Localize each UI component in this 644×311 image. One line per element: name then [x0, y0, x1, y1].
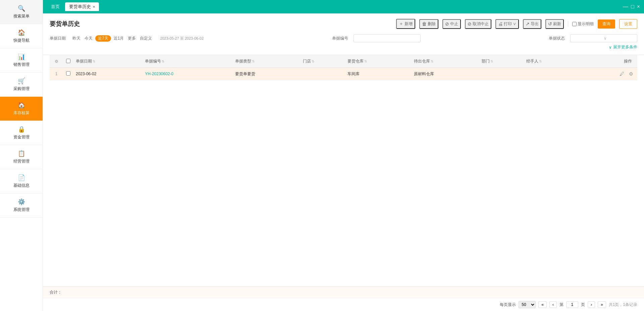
page-input[interactable]	[566, 301, 578, 308]
row-edit-icon[interactable]: 🖊	[618, 71, 626, 77]
sort-no-icon[interactable]: ⇅	[162, 59, 164, 63]
row-no-link[interactable]: YH-20230602-0	[145, 72, 173, 76]
date-shortcut-近1月[interactable]: 近1月	[112, 35, 125, 42]
show-detail-checkbox[interactable]: 显示明细	[572, 21, 594, 27]
first-page-button[interactable]: «	[538, 301, 547, 308]
purchase-icon: 🛒	[18, 77, 25, 85]
date-shortcut-近7天[interactable]: 近7天	[95, 35, 111, 42]
sidebar-item-quick-nav[interactable]: 🏠 快捷导航	[0, 24, 43, 48]
col-handler: 经手人⇅	[524, 55, 579, 68]
table-container: ⚙ 单据日期⇅ 单据编号⇅ 单据类型⇅ 门店⇅ 要货仓库⇅ 待出仓库⇅ 部门⇅ …	[43, 55, 644, 286]
select-all-checkbox[interactable]	[66, 59, 70, 63]
search-menu-label: 搜索菜单	[13, 13, 30, 19]
row-checkbox[interactable]	[66, 71, 70, 76]
status-select[interactable]: ∨	[570, 34, 637, 42]
cancel-stop-button[interactable]: ⊘ 取消中止	[465, 19, 491, 29]
refresh-button[interactable]: ↺ 刷新	[545, 19, 564, 29]
print-icon: 🖨	[498, 21, 503, 27]
order-no-input[interactable]	[354, 34, 421, 42]
date-shortcuts: 昨天今天近7天近1月更多自定义	[71, 35, 153, 42]
sales-label: 销售管理	[13, 62, 30, 68]
row-type: 要货单要货	[232, 68, 301, 80]
per-page-select[interactable]: 50 10 20 100	[519, 301, 536, 308]
date-shortcut-更多[interactable]: 更多	[126, 35, 137, 42]
sidebar: 🔍 搜索菜单 🏠 快捷导航 📊 销售管理 🛒 采购管理 🏠 库存核算 🔒 资金管…	[0, 0, 43, 311]
topbar: 首页 要货单历史 × — □ ×	[43, 0, 644, 13]
stop-icon: ⊘	[445, 21, 449, 27]
quick-nav-icon: 🏠	[18, 29, 25, 36]
sort-store-icon[interactable]: ⇅	[312, 59, 314, 63]
sidebar-item-basic-info[interactable]: 📄 基础信息	[0, 169, 43, 193]
col-req-warehouse: 要货仓库⇅	[345, 55, 411, 68]
new-icon: ＋	[399, 21, 404, 27]
tab-close-icon[interactable]: ×	[93, 5, 95, 9]
new-button[interactable]: ＋ 新增	[396, 19, 415, 29]
sidebar-item-finance[interactable]: 🔒 资金管理	[0, 121, 43, 145]
operations-icon: 📋	[18, 150, 25, 157]
system-label: 系统管理	[13, 207, 30, 213]
sidebar-item-inventory[interactable]: 🏠 库存核算	[0, 97, 43, 121]
refresh-icon: ↺	[548, 21, 552, 27]
row-store	[300, 68, 345, 80]
quick-nav-label: 快捷导航	[13, 38, 30, 43]
filter-area: 单据日期 昨天今天近7天近1月更多自定义 2023-05-27 至 2023-0…	[43, 32, 644, 55]
cancel-stop-label: 取消中止	[473, 21, 489, 27]
expand-more-button[interactable]: ∨ 展开更多条件	[609, 44, 637, 50]
window-maximize-icon[interactable]: □	[631, 4, 634, 10]
refresh-label: 刷新	[553, 21, 561, 27]
date-shortcut-今天[interactable]: 今天	[83, 35, 94, 42]
sort-handler-icon[interactable]: ⇅	[539, 59, 542, 63]
main-table: ⚙ 单据日期⇅ 单据编号⇅ 单据类型⇅ 门店⇅ 要货仓库⇅ 待出仓库⇅ 部门⇅ …	[50, 55, 637, 80]
delete-button[interactable]: 🗑 删除	[419, 19, 438, 29]
print-label: 打印 ∨	[504, 21, 516, 27]
last-page-button[interactable]: »	[598, 301, 606, 308]
filter-row-1: 单据日期 昨天今天近7天近1月更多自定义 2023-05-27 至 2023-0…	[50, 34, 637, 42]
per-page-label: 每页显示	[500, 302, 516, 308]
row-pending-warehouse: 原材料仓库	[411, 68, 479, 80]
basic-info-label: 基础信息	[13, 183, 30, 188]
tab-active-label: 要货单历史	[69, 4, 91, 10]
operations-label: 经营管理	[13, 159, 30, 164]
sidebar-item-system[interactable]: ⚙️ 系统管理	[0, 193, 43, 218]
sort-dept-icon[interactable]: ⇅	[490, 59, 493, 63]
pagination: 每页显示 50 10 20 100 « ‹ 第 页 › » 共1页，1条记录	[43, 298, 644, 311]
window-close-icon[interactable]: ×	[637, 4, 640, 10]
expand-more-icon: ∨	[609, 45, 612, 50]
sidebar-item-operations[interactable]: 📋 经营管理	[0, 145, 43, 169]
print-button[interactable]: 🖨 打印 ∨	[495, 19, 519, 29]
sidebar-item-purchase[interactable]: 🛒 采购管理	[0, 73, 43, 97]
delete-icon: 🗑	[422, 21, 427, 27]
main-area: 首页 要货单历史 × — □ × 要货单历史 ＋ 新增 🗑 删除	[43, 0, 644, 311]
sort-req-icon[interactable]: ⇅	[364, 59, 367, 63]
row-delete-icon[interactable]: ⚙	[628, 71, 635, 77]
sidebar-item-search-menu[interactable]: 🔍 搜索菜单	[0, 0, 43, 24]
date-shortcut-自定义[interactable]: 自定义	[139, 35, 153, 42]
topbar-right: — □ ×	[623, 4, 640, 10]
next-page-button[interactable]: ›	[588, 301, 595, 308]
date-shortcut-昨天[interactable]: 昨天	[71, 35, 82, 42]
col-settings[interactable]: ⚙	[50, 55, 63, 68]
stop-button[interactable]: ⊘ 中止	[442, 19, 461, 29]
col-type: 单据类型⇅	[232, 55, 301, 68]
sidebar-item-sales[interactable]: 📊 销售管理	[0, 48, 43, 73]
basic-info-icon: 📄	[18, 174, 25, 181]
tab-home[interactable]: 首页	[47, 2, 64, 11]
tab-active[interactable]: 要货单历史 ×	[65, 2, 99, 11]
col-department: 部门⇅	[479, 55, 524, 68]
prev-page-button[interactable]: ‹	[549, 301, 557, 308]
sort-pending-icon[interactable]: ⇅	[431, 59, 433, 63]
settings-button[interactable]: 设置	[619, 19, 637, 29]
window-minimize-icon[interactable]: —	[623, 4, 628, 10]
show-detail-input[interactable]	[572, 22, 577, 26]
row-handler	[524, 68, 579, 80]
sort-type-icon[interactable]: ⇅	[252, 59, 255, 63]
page-header: 要货单历史 ＋ 新增 🗑 删除 ⊘ 中止 ⊘ 取消中止	[43, 13, 644, 32]
export-button[interactable]: ↗ 导出	[523, 19, 541, 29]
row-department	[479, 68, 524, 80]
finance-icon: 🔒	[18, 126, 25, 133]
query-button[interactable]: 查询	[598, 19, 615, 29]
tab-home-label: 首页	[51, 4, 60, 10]
sort-date-icon[interactable]: ⇅	[93, 59, 95, 63]
row-num: 1	[50, 68, 63, 80]
date-range-display: 2023-05-27 至 2023-06-02	[160, 36, 204, 41]
